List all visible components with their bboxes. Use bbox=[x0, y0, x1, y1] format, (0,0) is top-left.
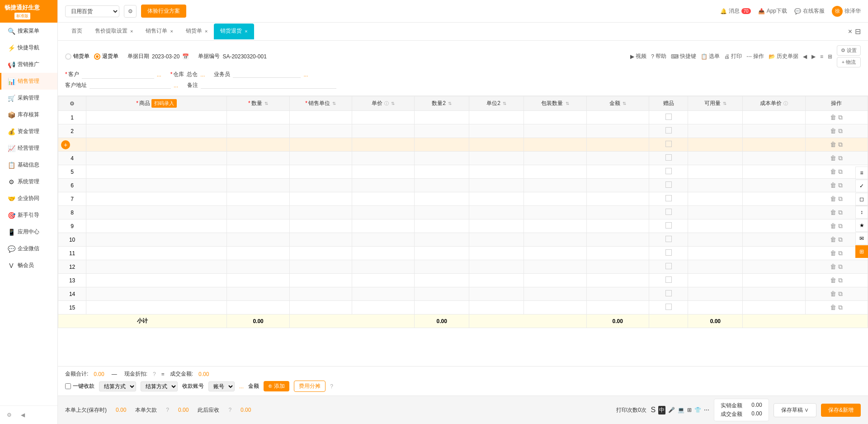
goods-input[interactable] bbox=[89, 142, 224, 148]
delete-row-btn[interactable]: 🗑 bbox=[829, 276, 837, 284]
collapse-icon[interactable]: ◀ bbox=[18, 410, 27, 419]
row-qty-cell[interactable] bbox=[227, 301, 289, 314]
row-avail-cell[interactable] bbox=[688, 287, 743, 301]
shirt-icon[interactable]: 👕 bbox=[694, 407, 701, 413]
row-unit-cell[interactable] bbox=[289, 124, 352, 138]
row-cost-cell[interactable] bbox=[743, 192, 805, 206]
row-qty2-cell[interactable] bbox=[415, 219, 469, 233]
gift-checkbox[interactable] bbox=[665, 154, 672, 161]
float-btn-1[interactable]: ≡ bbox=[855, 167, 868, 179]
row-unit2-cell[interactable] bbox=[469, 287, 524, 301]
calendar-icon[interactable]: 📅 bbox=[182, 53, 189, 60]
row-unit2-cell[interactable] bbox=[469, 247, 524, 260]
row-qty2-cell[interactable] bbox=[415, 192, 469, 206]
row-unit-cell[interactable] bbox=[289, 138, 352, 152]
row-unit-cell[interactable] bbox=[289, 206, 352, 219]
row-goods-cell[interactable] bbox=[86, 219, 227, 233]
row-avail-cell[interactable] bbox=[688, 233, 743, 247]
row-amount-cell[interactable] bbox=[586, 260, 649, 274]
experience-btn[interactable]: 体验行业方案 bbox=[141, 5, 186, 18]
row-avail-cell[interactable] bbox=[688, 192, 743, 206]
cash-discount-help-icon[interactable]: ? bbox=[153, 371, 156, 377]
app-download-btn[interactable]: 📥 App下载 bbox=[758, 7, 787, 15]
nav-prev-icon[interactable]: ◀ bbox=[803, 53, 807, 60]
history-btn[interactable]: 📂 历史单据 bbox=[769, 52, 798, 60]
copy-row-btn[interactable]: ⧉ bbox=[837, 114, 844, 121]
sort-amount-icon[interactable]: ⇅ bbox=[623, 101, 626, 106]
should-receive-help[interactable]: ? bbox=[228, 407, 231, 413]
sort-pack-icon[interactable]: ⇅ bbox=[566, 101, 569, 106]
row-price-cell[interactable] bbox=[352, 152, 415, 165]
row-price-cell[interactable] bbox=[352, 301, 415, 314]
mic-icon[interactable]: 🎤 bbox=[668, 407, 675, 413]
row-qty2-cell[interactable] bbox=[415, 301, 469, 314]
user-profile[interactable]: 徐 徐泽华 bbox=[832, 6, 861, 17]
row-amount-cell[interactable] bbox=[586, 233, 649, 247]
total-method-select[interactable]: 结算方式 bbox=[141, 381, 178, 391]
row-price-cell[interactable] bbox=[352, 274, 415, 287]
row-pack-cell[interactable] bbox=[524, 111, 586, 124]
row-goods-cell[interactable] bbox=[86, 152, 227, 165]
copy-row-btn[interactable]: ⧉ bbox=[837, 304, 844, 311]
row-goods-cell[interactable] bbox=[86, 179, 227, 192]
row-cost-cell[interactable] bbox=[743, 152, 805, 165]
row-qty-cell[interactable] bbox=[227, 233, 289, 247]
row-unit-cell[interactable] bbox=[289, 111, 352, 124]
sort-unit-icon[interactable]: ⇅ bbox=[332, 101, 336, 106]
row-amount-cell[interactable] bbox=[586, 192, 649, 206]
close-window-btn[interactable]: × bbox=[848, 28, 852, 36]
row-cost-cell[interactable] bbox=[743, 138, 805, 152]
radio-return-bill[interactable]: 退货单 bbox=[94, 52, 118, 60]
row-gift-cell[interactable] bbox=[649, 301, 688, 314]
row-pack-cell[interactable] bbox=[524, 124, 586, 138]
account-no-select[interactable]: 账号 bbox=[208, 381, 235, 391]
row-price-cell[interactable] bbox=[352, 287, 415, 301]
operate-btn[interactable]: ⋯ 操作 bbox=[746, 52, 764, 60]
row-gift-cell[interactable] bbox=[649, 165, 688, 179]
one-key-payment-label[interactable]: 一键收款 bbox=[65, 382, 94, 390]
row-amount-cell[interactable] bbox=[586, 111, 649, 124]
row-goods-cell[interactable] bbox=[86, 206, 227, 219]
row-avail-cell[interactable] bbox=[688, 165, 743, 179]
sidebar-item-marketing[interactable]: 📢 营销推广 bbox=[0, 56, 57, 73]
row-price-cell[interactable] bbox=[352, 138, 415, 152]
row-goods-cell[interactable] bbox=[86, 192, 227, 206]
scan-input-btn[interactable]: 扫码录入 bbox=[151, 99, 177, 108]
sidebar-item-vip[interactable]: V 畅会员 bbox=[0, 257, 57, 274]
row-pack-cell[interactable] bbox=[524, 274, 586, 287]
delete-row-btn[interactable]: 🗑 bbox=[829, 114, 837, 121]
cost-help-icon[interactable]: ⓘ bbox=[783, 101, 788, 106]
row-unit-cell[interactable] bbox=[289, 233, 352, 247]
row-price-cell[interactable] bbox=[352, 165, 415, 179]
row-gift-cell[interactable] bbox=[649, 233, 688, 247]
float-btn-4[interactable]: ↕ bbox=[855, 206, 868, 219]
gift-checkbox[interactable] bbox=[665, 141, 672, 147]
copy-row-btn[interactable]: ⧉ bbox=[837, 195, 844, 203]
row-pack-cell[interactable] bbox=[524, 152, 586, 165]
screen-icon[interactable]: 💻 bbox=[678, 407, 684, 413]
help-btn[interactable]: ? 帮助 bbox=[651, 52, 666, 60]
row-amount-cell[interactable] bbox=[586, 274, 649, 287]
row-price-cell[interactable] bbox=[352, 179, 415, 192]
row-unit2-cell[interactable] bbox=[469, 152, 524, 165]
float-btn-5[interactable]: ★ bbox=[855, 219, 868, 232]
gift-checkbox[interactable] bbox=[665, 249, 672, 256]
sort-price-icon[interactable]: ⇅ bbox=[391, 101, 395, 106]
gift-checkbox[interactable] bbox=[665, 168, 672, 174]
tab-close-sales-order[interactable]: × bbox=[170, 29, 173, 34]
row-avail-cell[interactable] bbox=[688, 124, 743, 138]
radio-sales-bill[interactable]: 销货单 bbox=[65, 52, 90, 60]
copy-row-btn[interactable]: ⧉ bbox=[837, 222, 844, 230]
row-unit2-cell[interactable] bbox=[469, 192, 524, 206]
row-qty2-cell[interactable] bbox=[415, 179, 469, 192]
sort-qty2-icon[interactable]: ⇅ bbox=[448, 101, 452, 106]
tab-sales-bill[interactable]: 销货单 × bbox=[179, 24, 214, 39]
delete-row-btn[interactable]: 🗑 bbox=[829, 209, 837, 216]
delete-row-btn[interactable]: 🗑 bbox=[829, 181, 837, 189]
row-gift-cell[interactable] bbox=[649, 124, 688, 138]
row-cost-cell[interactable] bbox=[743, 274, 805, 287]
delete-row-btn[interactable]: 🗑 bbox=[829, 195, 837, 202]
row-goods-cell[interactable] bbox=[86, 165, 227, 179]
gift-checkbox[interactable] bbox=[665, 114, 672, 120]
gift-checkbox[interactable] bbox=[665, 127, 672, 133]
